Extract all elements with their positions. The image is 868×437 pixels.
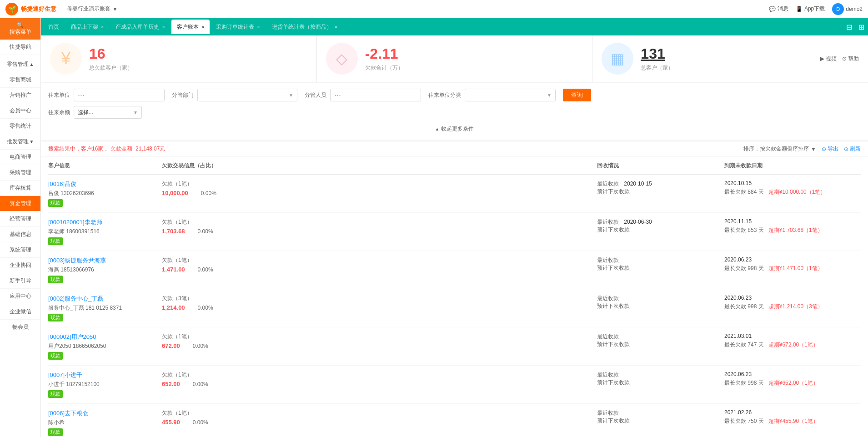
query-button[interactable]: 查询 <box>563 89 591 101</box>
filter-dots-person: ··· <box>334 90 341 100</box>
sidebar-search[interactable]: 🔍 搜索菜单 <box>0 18 40 40</box>
debt-amount-3[interactable]: 1,214.00 <box>162 304 185 311</box>
tab-production-history[interactable]: 产成品入库单历史 × <box>110 20 170 34</box>
collab-label: 企业协同 <box>10 262 31 268</box>
store-name: 母婴行业演示账套 <box>67 5 110 13</box>
tab-purchase-stats-by-product-close[interactable]: × <box>335 24 337 30</box>
sidebar-item-ecommerce[interactable]: 电商管理 <box>0 150 40 165</box>
recovery-cell-3: 最近收款 预计下次收款 <box>597 295 724 310</box>
customer-name-link-6[interactable]: [0006]去下粮仓 <box>48 410 88 417</box>
export-label: 导出 <box>828 145 838 153</box>
retail-stats-label: 零售统计 <box>10 123 31 129</box>
debt-cell-6: 欠款（1笔） 455.90 0.00% <box>162 409 597 426</box>
recovery-cell-0: 最近收款 2020-10-15 预计下次收款 <box>597 180 724 196</box>
help-button[interactable]: ⊙ 帮助 <box>842 55 859 63</box>
overdue-amount-4[interactable]: 超期¥672.00（1笔） <box>768 342 818 348</box>
debt-amount-5[interactable]: 652.00 <box>162 381 180 387</box>
customer-phone-4: 用户2050 18665062050 <box>48 342 162 350</box>
filter-select-balance[interactable]: 选择... ▼ <box>74 106 142 119</box>
sidebar-item-wholesale-mgmt[interactable]: 批发管理 ▼ <box>0 134 40 150</box>
tab-purchase-order-stats-close[interactable]: × <box>257 24 260 30</box>
collapse-button[interactable]: ▲ 收起更多条件 <box>48 123 861 135</box>
app-download-button[interactable]: 📱 App下载 <box>796 5 825 13</box>
tab-customer-account[interactable]: 客户账本 × <box>171 20 210 34</box>
system-label: 系统管理 <box>10 246 31 253</box>
customer-cell-2: [0003]畅捷服务尹海燕 海燕 18513066976 现款 <box>48 256 162 283</box>
tab-purchase-order-stats[interactable]: 采购订单统计表 × <box>211 20 265 34</box>
filter-input-person[interactable]: ··· <box>330 89 421 101</box>
sidebar-item-operations[interactable]: 经营管理 <box>0 211 40 227</box>
tab-customer-account-close[interactable]: × <box>201 24 204 30</box>
sidebar-item-inventory[interactable]: 库存核算 <box>0 181 40 196</box>
overdue-amount-0[interactable]: 超期¥10,000.00（1笔） <box>768 189 826 195</box>
sidebar-item-purchase[interactable]: 采购管理 <box>0 165 40 181</box>
customer-name-link-3[interactable]: [0002]服务中心_丁磊 <box>48 295 103 302</box>
tab-home[interactable]: 首页 <box>43 20 65 34</box>
sidebar-item-guide[interactable]: 新手引导 <box>0 273 40 289</box>
debt-amount-0[interactable]: 10,000.00 <box>162 190 188 196</box>
tab-product-listing-close[interactable]: × <box>101 24 104 30</box>
table-header-customer: 客户信息 <box>48 162 162 170</box>
refresh-label: 刷新 <box>850 145 861 153</box>
stat-card-total-customers: ▦ 131 总客户（家） ▶ 视频 ⊙ 帮助 <box>592 35 868 82</box>
customer-name-link-4[interactable]: [000002]用户2050 <box>48 333 96 340</box>
customer-name-link-2[interactable]: [0003]畅捷服务尹海燕 <box>48 257 106 264</box>
message-button[interactable]: 💬 消息 <box>769 5 788 13</box>
overdue-cell-2: 2020.06.23 最长欠款 998 天 超期¥1,471.00（1笔） <box>724 256 861 272</box>
customer-name-link-1[interactable]: [0001020001]李老师 <box>48 219 102 226</box>
store-selector[interactable]: 母婴行业演示账套 ▼ <box>62 5 118 13</box>
debt-amount-2[interactable]: 1,471.00 <box>162 266 185 273</box>
tabs-minimize-icon[interactable]: ⊟ <box>844 22 854 32</box>
sidebar-item-collab[interactable]: 企业协同 <box>0 258 40 273</box>
sidebar-item-app-center[interactable]: 应用中心 <box>0 289 40 304</box>
sidebar-item-quick-nav[interactable]: 快捷导航 <box>0 40 40 55</box>
sidebar-item-marketing[interactable]: 营销推广 <box>0 88 40 103</box>
result-summary-text: 搜索结果中，客户16家 <box>48 146 103 152</box>
stat-number-debt-total: -2.11 <box>365 45 583 62</box>
tab-product-listing[interactable]: 商品上下架 × <box>65 20 109 34</box>
tabs-maximize-icon[interactable]: ⊞ <box>857 22 866 32</box>
sidebar-item-retail-stats[interactable]: 零售统计 <box>0 119 40 134</box>
stat-label-debt-total: 欠款合计（万） <box>365 64 583 72</box>
filter-input-dept[interactable]: ▼ <box>197 89 297 101</box>
overdue-amount-5[interactable]: 超期¥652.00（1笔） <box>768 380 818 386</box>
sort-label: 排序：按欠款金额倒序排序 <box>743 145 809 153</box>
sidebar-item-vip[interactable]: 畅会员 <box>0 320 40 335</box>
filter-input-source-unit[interactable]: ··· <box>74 89 165 101</box>
tab-purchase-stats-by-product[interactable]: 进货单统计表（按商品） × <box>266 20 343 34</box>
video-button[interactable]: ▶ 视频 <box>820 55 837 63</box>
user-menu[interactable]: D demo2 <box>832 3 863 15</box>
store-arrow-icon: ▼ <box>112 6 118 12</box>
debt-amount-4[interactable]: 672.00 <box>162 342 180 349</box>
overdue-cell-1: 2020.11.15 最长欠款 853 天 超期¥1,703.68（1笔） <box>724 218 861 234</box>
overdue-amount-2[interactable]: 超期¥1,471.00（1笔） <box>768 265 823 271</box>
refresh-button[interactable]: ⊙ 刷新 <box>844 145 861 153</box>
debt-amount-6[interactable]: 455.90 <box>162 419 180 426</box>
overdue-amount-3[interactable]: 超期¥1,214.00（3笔） <box>768 303 823 310</box>
customer-cell-3: [0002]服务中心_丁磊 服务中心_丁磊 181 0125 8371 现款 <box>48 295 162 321</box>
sidebar-item-member[interactable]: 会员中心 <box>0 103 40 119</box>
export-button[interactable]: ⊙ 导出 <box>822 145 838 153</box>
filter-input-category[interactable]: ▼ <box>465 89 556 101</box>
recovery-cell-6: 最近收款 预计下次收款 <box>597 409 724 425</box>
filter-item-person: 分管人员 ··· <box>305 89 421 101</box>
customer-phone-5: 小进千 18279152100 <box>48 381 162 388</box>
stat-label-overdue-customers: 总欠款客户（家） <box>89 64 307 72</box>
table-row: [0002]服务中心_丁磊 服务中心_丁磊 181 0125 8371 现款 欠… <box>48 289 861 327</box>
chevron-down-icon: ▲ <box>30 62 34 67</box>
sidebar-item-retail-store[interactable]: 零售商城 <box>0 72 40 88</box>
sidebar-item-retail-mgmt[interactable]: 零售管理 ▲ <box>0 57 40 72</box>
tab-production-history-close[interactable]: × <box>162 24 165 30</box>
overdue-amount-1[interactable]: 超期¥1,703.68（1笔） <box>768 227 823 233</box>
customer-name-link-0[interactable]: [0016]吕俊 <box>48 181 76 187</box>
sidebar-item-system[interactable]: 系统管理 <box>0 242 40 258</box>
customer-tag-0: 现款 <box>48 199 63 207</box>
sidebar-item-wechat[interactable]: 企业微信 <box>0 304 40 320</box>
stat-icon-building: ▦ <box>602 43 633 75</box>
customer-name-link-5[interactable]: [0007]小进千 <box>48 372 82 378</box>
sidebar-item-basic-info[interactable]: 基础信息 <box>0 227 40 242</box>
sort-selector[interactable]: 排序：按欠款金额倒序排序 ▼ <box>743 145 816 153</box>
overdue-amount-6[interactable]: 超期¥455.90（1笔） <box>768 418 818 424</box>
debt-amount-1[interactable]: 1,703.68 <box>162 228 185 235</box>
sidebar-item-finance[interactable]: 资金管理 <box>0 196 40 211</box>
